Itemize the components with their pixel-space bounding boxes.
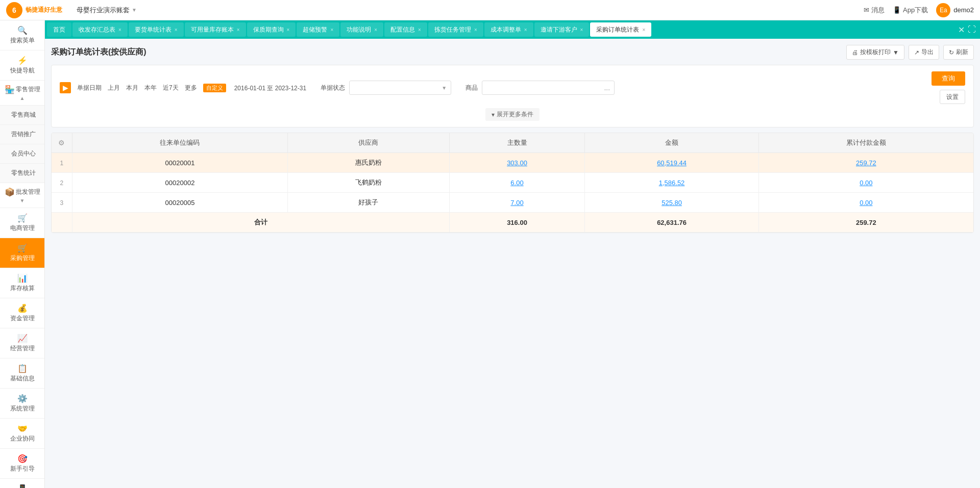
wholesale-icon: 📦: [5, 187, 15, 197]
tab-close-icon[interactable]: ×: [474, 27, 477, 33]
print-button[interactable]: 🖨 按模板打印 ▼: [846, 45, 904, 60]
sidebar-item-wholesale[interactable]: 📦 批发管理 ▼: [0, 183, 44, 208]
newguide-icon: 🎯: [17, 454, 28, 464]
th-main-qty: 主数量: [449, 133, 585, 153]
sidebar-item-basic[interactable]: 📋 基础信息: [0, 358, 44, 389]
refresh-button[interactable]: ↻ 刷新: [943, 45, 974, 60]
message-icon: ✉: [864, 6, 869, 14]
tab-expiry-query[interactable]: 保质期查询 ×: [247, 22, 296, 37]
sidebar-item-retail-shop[interactable]: 零售商城: [0, 106, 44, 125]
sidebar-item-system[interactable]: ⚙️ 系统管理: [0, 389, 44, 419]
date-shortcut-more[interactable]: 更多: [183, 83, 199, 93]
sidebar-item-retail-stat[interactable]: 零售统计: [0, 164, 44, 183]
date-shortcut-this-month[interactable]: 本月: [124, 83, 140, 93]
table-row[interactable]: 3 00020005 好孩子 7.00 525.80 0.00: [52, 193, 973, 213]
expand-more-button[interactable]: ▾ 展开更多条件: [485, 108, 540, 121]
finance-icon: 💰: [17, 303, 28, 313]
tab-invite-customer[interactable]: 邀请下游客户 ×: [534, 22, 590, 37]
avatar-text: Ea: [940, 7, 947, 14]
user-area[interactable]: Ea demo2: [936, 3, 974, 17]
sidebar-item-ecommerce[interactable]: 🛒 电商管理: [0, 208, 44, 238]
footer-label: 合计: [72, 213, 449, 233]
cell-supplier-code: 00020005: [72, 193, 288, 213]
footer-amount: 62,631.76: [585, 213, 758, 233]
tab-close-icon[interactable]: ×: [287, 27, 290, 33]
tab-close-icon[interactable]: ×: [580, 27, 583, 33]
tab-receive-summary[interactable]: 收发存汇总表 ×: [72, 22, 128, 37]
sidebar-item-inventory[interactable]: 📊 库存核算: [0, 268, 44, 298]
sidebar-item-operation[interactable]: 📈 经营管理: [0, 328, 44, 358]
filter-toggle-button[interactable]: ▶: [60, 82, 71, 93]
status-select[interactable]: ▼: [349, 81, 451, 95]
tab-close-icon[interactable]: ×: [237, 27, 240, 33]
cell-supplier-code: 00020002: [72, 173, 288, 193]
tab-purchase-stat[interactable]: 要货单统计表 ×: [129, 22, 184, 37]
sidebar-item-search[interactable]: 🔍 搜索英单: [0, 20, 44, 50]
date-shortcut-this-year[interactable]: 本年: [142, 83, 159, 93]
sidebar-item-retail[interactable]: 🏪 零售管理 ▲: [0, 81, 44, 106]
export-button[interactable]: ↗ 导出: [909, 45, 939, 60]
sidebar-item-finance[interactable]: 💰 资金管理: [0, 298, 44, 328]
tab-close-icon[interactable]: ×: [330, 27, 333, 33]
main-layout: 🔍 搜索英单 ⚡ 快捷导航 🏪 零售管理 ▲ 零售商城 营销推广 会员中心 零售…: [0, 20, 980, 488]
sidebar-item-shortcut[interactable]: ⚡ 快捷导航: [0, 50, 44, 81]
tab-close-icon[interactable]: ×: [374, 27, 377, 33]
tab-label: 邀请下游客户: [541, 25, 577, 34]
sidebar-item-label: 营销推广: [11, 130, 36, 139]
settings-button[interactable]: 设置: [940, 90, 965, 104]
tab-close-icon[interactable]: ×: [524, 27, 527, 33]
th-amount: 金额: [585, 133, 758, 153]
tab-close-icon[interactable]: ×: [118, 27, 121, 33]
cell-supplier: 惠氏奶粉: [288, 153, 449, 173]
more-icon[interactable]: ...: [604, 84, 610, 92]
tab-home[interactable]: 首页: [47, 22, 71, 37]
date-custom-badge[interactable]: 自定义: [203, 84, 226, 92]
sidebar-item-enterprise[interactable]: 🤝 企业协同: [0, 419, 44, 449]
retail-arrow-icon: ▲: [20, 95, 25, 101]
message-action[interactable]: ✉ 消息: [864, 6, 885, 15]
tab-picking-task[interactable]: 拣货任务管理 ×: [428, 22, 483, 37]
enterprise-icon: 🤝: [17, 424, 28, 433]
tab-close-icon[interactable]: ×: [642, 27, 645, 33]
th-paid-amount: 累计付款金额: [758, 133, 973, 153]
cell-no: 2: [52, 173, 72, 193]
tab-overstock-warning[interactable]: 超储预警 ×: [297, 22, 339, 37]
tab-close-window-icon[interactable]: ✕: [958, 25, 965, 35]
app-download-action[interactable]: 📱 App下载: [893, 6, 928, 15]
tab-close-icon[interactable]: ×: [418, 27, 421, 33]
tab-cost-adjust[interactable]: 成本调整单 ×: [484, 22, 533, 37]
gear-icon[interactable]: ⚙: [58, 139, 65, 147]
date-shortcut-last-month[interactable]: 上月: [106, 83, 122, 93]
tab-purchase-order-stat[interactable]: 采购订单统计表 ×: [590, 22, 651, 37]
sidebar-item-label: 批发管理: [16, 188, 40, 196]
print-label: 按模板打印: [860, 48, 891, 57]
tab-function-desc[interactable]: 功能说明 ×: [340, 22, 383, 37]
purchase-icon: 🛒: [17, 243, 28, 253]
date-shortcut-7days[interactable]: 近7天: [161, 83, 181, 93]
workspace-selector[interactable]: 母婴行业演示账套 ▼: [77, 6, 137, 15]
workspace-arrow-icon: ▼: [132, 7, 137, 13]
tab-config-info[interactable]: 配置信息 ×: [384, 22, 427, 37]
cell-supplier-code: 00020001: [72, 153, 288, 173]
query-button[interactable]: 查询: [932, 71, 965, 86]
th-supplier-code: 往来单位编码: [72, 133, 288, 153]
tab-label: 功能说明: [347, 25, 371, 34]
sidebar-item-member[interactable]: 会员中心: [0, 144, 44, 164]
appcenter-icon: 📱: [17, 484, 28, 488]
sidebar-item-label: 企业协同: [10, 434, 35, 443]
sidebar-item-marketing[interactable]: 营销推广: [0, 125, 44, 144]
tab-close-icon[interactable]: ×: [175, 27, 178, 33]
table-row[interactable]: 1 00020001 惠氏奶粉 303.00 60,519.44 259.72: [52, 153, 973, 173]
table-footer-row: 合计 316.00 62,631.76 259.72: [52, 213, 973, 233]
tab-maximize-icon[interactable]: ⛶: [968, 25, 976, 34]
tab-home-label: 首页: [53, 25, 65, 34]
table-row[interactable]: 2 00020002 飞鹤奶粉 6.00 1,586.52 0.00: [52, 173, 973, 193]
sidebar-item-purchase[interactable]: 🛒 采购管理: [0, 238, 44, 268]
page-content: 采购订单统计表(按供应商) 🖨 按模板打印 ▼ ↗ 导出 ↻ 刷新: [45, 39, 980, 488]
sidebar-item-appcenter[interactable]: 📱 应用中心: [0, 479, 44, 488]
export-label: 导出: [921, 48, 934, 57]
sidebar-item-newguide[interactable]: 🎯 新手引导: [0, 449, 44, 479]
goods-input[interactable]: ...: [482, 81, 615, 95]
tab-available-stock[interactable]: 可用量库存账本 ×: [185, 22, 246, 37]
page-actions: 🖨 按模板打印 ▼ ↗ 导出 ↻ 刷新: [846, 45, 974, 60]
